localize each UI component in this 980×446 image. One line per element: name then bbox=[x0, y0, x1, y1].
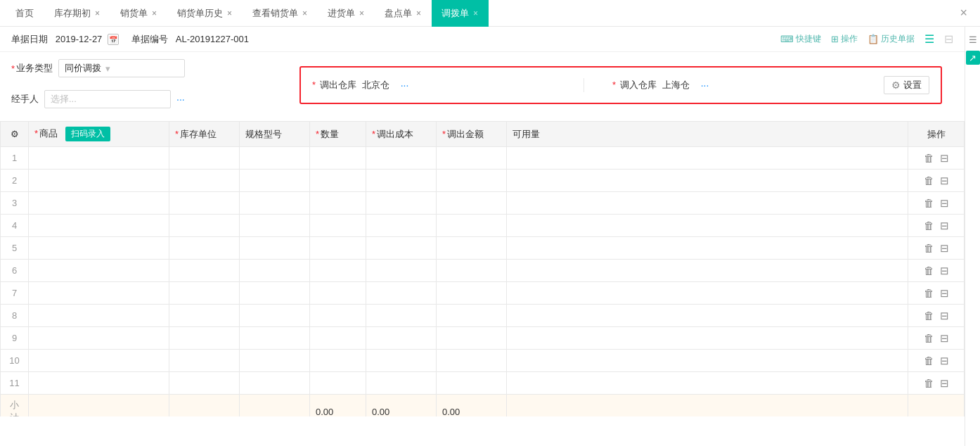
business-type-select[interactable]: 同价调拨 ▾ bbox=[58, 59, 185, 77]
cost-cell[interactable] bbox=[366, 327, 437, 350]
operations-btn[interactable]: ⊞ 操作 bbox=[831, 33, 858, 45]
spec-cell[interactable] bbox=[240, 372, 310, 395]
tab-home[interactable]: 首页 bbox=[6, 0, 44, 27]
amount-cell[interactable] bbox=[437, 327, 507, 350]
tab-close-sales-order[interactable]: × bbox=[152, 8, 157, 18]
tab-purchase-order[interactable]: 进货单 × bbox=[318, 0, 375, 27]
product-cell[interactable] bbox=[29, 305, 169, 327]
qty-cell[interactable] bbox=[310, 147, 366, 170]
amount-cell[interactable] bbox=[437, 147, 507, 170]
spec-cell[interactable] bbox=[240, 170, 310, 192]
product-cell[interactable] bbox=[29, 170, 169, 192]
product-cell[interactable] bbox=[29, 260, 169, 282]
sidebar-list-icon[interactable]: ☰ bbox=[966, 32, 980, 46]
copy-icon[interactable]: ⊟ bbox=[940, 152, 949, 165]
tab-close-view-sales[interactable]: × bbox=[302, 8, 307, 18]
tab-close-sales-history[interactable]: × bbox=[227, 8, 232, 18]
unit-cell[interactable] bbox=[169, 260, 240, 282]
amount-cell[interactable] bbox=[437, 260, 507, 282]
table-container[interactable]: ⚙ *商品 扫码录入 *库存单位 规格型号 *数量 *调出成本 *调出金额 可用… bbox=[0, 121, 965, 416]
amount-cell[interactable] bbox=[437, 305, 507, 327]
amount-cell[interactable] bbox=[437, 350, 507, 372]
tab-sales-order[interactable]: 销货单 × bbox=[110, 0, 167, 27]
spec-cell[interactable] bbox=[240, 282, 310, 305]
spec-cell[interactable] bbox=[240, 215, 310, 237]
unit-cell[interactable] bbox=[169, 237, 240, 260]
tab-inventory-init[interactable]: 库存期初 × bbox=[44, 0, 110, 27]
spec-cell[interactable] bbox=[240, 192, 310, 215]
transfer-out-more-btn[interactable]: ··· bbox=[401, 79, 409, 91]
list-view-btn[interactable]: ☰ bbox=[924, 32, 934, 46]
product-cell[interactable] bbox=[29, 237, 169, 260]
unit-cell[interactable] bbox=[169, 170, 240, 192]
qty-cell[interactable] bbox=[310, 215, 366, 237]
copy-icon[interactable]: ⊟ bbox=[940, 242, 949, 255]
product-cell[interactable] bbox=[29, 215, 169, 237]
delete-icon[interactable]: 🗑 bbox=[924, 377, 934, 389]
delete-icon[interactable]: 🗑 bbox=[924, 287, 934, 299]
grid-view-btn[interactable]: ⊟ bbox=[944, 32, 953, 46]
cost-cell[interactable] bbox=[366, 147, 437, 170]
product-cell[interactable] bbox=[29, 282, 169, 305]
unit-cell[interactable] bbox=[169, 192, 240, 215]
spec-cell[interactable] bbox=[240, 350, 310, 372]
delete-icon[interactable]: 🗑 bbox=[924, 197, 934, 209]
cost-cell[interactable] bbox=[366, 237, 437, 260]
tab-sales-history[interactable]: 销货单历史 × bbox=[167, 0, 243, 27]
copy-icon[interactable]: ⊟ bbox=[940, 355, 949, 367]
unit-cell[interactable] bbox=[169, 147, 240, 170]
tab-view-sales[interactable]: 查看销货单 × bbox=[243, 0, 318, 27]
unit-cell[interactable] bbox=[169, 282, 240, 305]
spec-cell[interactable] bbox=[240, 237, 310, 260]
qty-cell[interactable] bbox=[310, 260, 366, 282]
col-gear[interactable]: ⚙ bbox=[1, 122, 29, 147]
tab-close-inventory-check[interactable]: × bbox=[416, 8, 421, 18]
amount-cell[interactable] bbox=[437, 192, 507, 215]
delete-icon[interactable]: 🗑 bbox=[924, 310, 934, 321]
product-cell[interactable] bbox=[29, 327, 169, 350]
spec-cell[interactable] bbox=[240, 147, 310, 170]
sidebar-export-icon[interactable]: ↗ bbox=[966, 51, 980, 65]
setting-button[interactable]: ⚙ 设置 bbox=[884, 76, 929, 94]
copy-icon[interactable]: ⊟ bbox=[940, 310, 949, 322]
history-btn[interactable]: 📋 历史单据 bbox=[868, 33, 915, 45]
amount-cell[interactable] bbox=[437, 372, 507, 395]
amount-cell[interactable] bbox=[437, 170, 507, 192]
qty-cell[interactable] bbox=[310, 350, 366, 372]
calendar-icon[interactable]: 📅 bbox=[108, 34, 119, 45]
delete-icon[interactable]: 🗑 bbox=[924, 355, 934, 367]
qty-cell[interactable] bbox=[310, 192, 366, 215]
qty-cell[interactable] bbox=[310, 327, 366, 350]
tab-close-purchase-order[interactable]: × bbox=[359, 8, 364, 18]
qty-cell[interactable] bbox=[310, 372, 366, 395]
qty-cell[interactable] bbox=[310, 170, 366, 192]
cost-cell[interactable] bbox=[366, 192, 437, 215]
delete-icon[interactable]: 🗑 bbox=[924, 152, 934, 164]
copy-icon[interactable]: ⊟ bbox=[940, 377, 949, 390]
tab-inventory-check[interactable]: 盘点单 × bbox=[375, 0, 432, 27]
spec-cell[interactable] bbox=[240, 260, 310, 282]
amount-cell[interactable] bbox=[437, 215, 507, 237]
copy-icon[interactable]: ⊟ bbox=[940, 219, 949, 232]
cost-cell[interactable] bbox=[366, 372, 437, 395]
window-close-button[interactable]: × bbox=[953, 6, 974, 20]
tab-transfer-order[interactable]: 调拨单 × bbox=[432, 0, 489, 27]
copy-icon[interactable]: ⊟ bbox=[940, 265, 949, 277]
unit-cell[interactable] bbox=[169, 350, 240, 372]
cost-cell[interactable] bbox=[366, 170, 437, 192]
unit-cell[interactable] bbox=[169, 305, 240, 327]
scan-btn[interactable]: 扫码录入 bbox=[65, 127, 110, 141]
product-cell[interactable] bbox=[29, 147, 169, 170]
cost-cell[interactable] bbox=[366, 260, 437, 282]
product-cell[interactable] bbox=[29, 372, 169, 395]
cost-cell[interactable] bbox=[366, 215, 437, 237]
qty-cell[interactable] bbox=[310, 282, 366, 305]
shortcuts-btn[interactable]: ⌨ 快捷键 bbox=[780, 33, 821, 45]
spec-cell[interactable] bbox=[240, 305, 310, 327]
copy-icon[interactable]: ⊟ bbox=[940, 332, 949, 345]
tab-close-transfer-order[interactable]: × bbox=[473, 8, 478, 18]
cost-cell[interactable] bbox=[366, 305, 437, 327]
spec-cell[interactable] bbox=[240, 327, 310, 350]
unit-cell[interactable] bbox=[169, 327, 240, 350]
delete-icon[interactable]: 🗑 bbox=[924, 265, 934, 276]
